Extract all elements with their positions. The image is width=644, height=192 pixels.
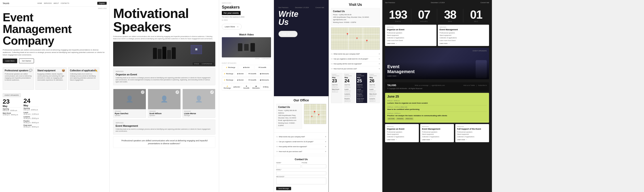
bc-em-desc: Professional speakers Stand equipment Co… — [422, 131, 452, 138]
sign-up-label: Sign up — [282, 33, 290, 35]
visit-faq-2[interactable]: 02 Can you organize a small event for 10… — [331, 57, 380, 61]
countdown-header: San Francisco December 1-5 2024 Concert … — [382, 0, 492, 5]
organize-event-card: SERVICES Organize an Event Collecting le… — [113, 68, 215, 85]
sponsor-snowflk-3: ❄ Snowflk — [247, 78, 258, 82]
sponsor-border-3: ◈ Border — [235, 78, 246, 82]
office-hours: Working hours: 9:00AM - 6:30PM — [278, 122, 300, 127]
name-label: NAME* — [276, 162, 301, 163]
nav-contacts[interactable]: CONTACTS — [60, 3, 69, 4]
office-contact-info: Contact Us Phone: +1(999) 999-99-99 Addr… — [276, 104, 302, 129]
get-started-button[interactable]: Get Started — [19, 59, 34, 63]
faq-text-1: What events has your company held? — [279, 136, 325, 138]
faq-num-4: 04 — [276, 151, 278, 152]
sched-final: Final event 04:00 p.m - 06:00 p.m — [24, 124, 39, 128]
nav-services[interactable]: SERVICES — [44, 3, 52, 4]
countdown-seconds: 01 SEC — [463, 9, 489, 22]
visit-faq-num-4: 04 — [331, 68, 333, 69]
learn-stat: in 2024 — [219, 18, 274, 22]
cal-day-26: EVENT SPEAKERS May 26 Opening 9:00 a.m -… — [368, 73, 380, 103]
scott-link-icon[interactable]: ↗ — [176, 90, 179, 94]
faq-section: 01 What events has your company held? + … — [274, 132, 328, 156]
visit-faq-text-2: Can you organize a small event for 10-20… — [334, 58, 378, 60]
organize-learn-link[interactable]: Learn more → — [387, 43, 435, 44]
bc-em-arrow-icon: → — [431, 139, 432, 140]
cal-practice-time-2: 04:00 p.m - 06:00 p.m — [357, 95, 366, 97]
name-input[interactable] — [276, 164, 301, 168]
visit-faq-section: 01 What events has your company held? + … — [329, 52, 382, 71]
countdown-hours: 07 HOURS — [411, 9, 438, 22]
sched-lunch: Lunch 10:00 a.m - 11:00 a.m — [24, 111, 39, 115]
scott-name: Scott Wilson — [149, 112, 179, 115]
visit-us-title: Visit Us — [329, 0, 382, 8]
bc-fs-link[interactable]: Learn more → — [457, 139, 487, 140]
lizzie-role: Manager — [184, 115, 214, 116]
nav-home[interactable]: HOME — [37, 3, 42, 4]
speaker-ryan: 👤 SPEAKER Ryan Sanchez Speaker ↗ — [113, 89, 146, 118]
ryan-name: Ryan Sanchez — [115, 112, 144, 115]
cal-main-time: 12:00 p.m - 06:00 p.m — [332, 90, 342, 93]
faq-text-3: How quickly will the event be organized? — [279, 146, 325, 147]
write-date: December 1-5 2024 — [295, 7, 309, 8]
cal-opening-time-2: 9:00 a.m - 10:00 a.m — [344, 85, 354, 88]
visit-hours: Working hours: 9:00AM - 6:30PM — [333, 21, 378, 24]
em-dark-link[interactable]: Learn more → — [387, 75, 487, 77]
faq-item-2[interactable]: 02 Can you organize a small event for 10… — [276, 139, 326, 144]
message-textarea[interactable] — [276, 178, 326, 184]
panel-hero: TALKS HOME SERVICES ABOUT CONTACTS Regis… — [0, 0, 110, 192]
faq-num-1: 01 — [276, 136, 278, 138]
talkms-twitter-link[interactable]: Add us to Twitter — [463, 84, 475, 86]
sign-up-button[interactable]: Sign up → — [278, 31, 298, 37]
our-office-title: Our Office — [276, 99, 326, 102]
bc-em-link[interactable]: Learn more → — [422, 139, 452, 140]
image-label: STAGE ← CONFERENCE — [193, 63, 214, 65]
em-learn-link[interactable]: Learn more → — [440, 43, 488, 44]
faq-item-4[interactable]: 04 How much do your services cost? + — [276, 149, 326, 154]
june-event-title-1: Lecture: How to organize an event from s… — [387, 102, 487, 105]
talkms-subscribe-link[interactable]: Subscribe to — [478, 84, 487, 86]
lizzie-link-icon[interactable]: ↗ — [210, 90, 214, 94]
talkms-email[interactable]: agent@clients.com — [432, 84, 445, 86]
hero-title: EventManagementCompany — [0, 9, 109, 49]
visit-faq-1[interactable]: 01 What events has your company held? + — [331, 52, 380, 57]
send-message-button[interactable]: Send Message — [276, 187, 291, 190]
email-input[interactable] — [276, 171, 326, 175]
visit-faq-4[interactable]: 04 How much do your services cost? + — [331, 66, 380, 71]
visit-map-pin-2: 📍 — [356, 37, 358, 40]
nav-about[interactable]: ABOUT — [54, 3, 59, 4]
learn-more-button[interactable]: Learn More — [3, 59, 17, 63]
cal-main-time-2: 12:00 p.m - 06:00 p.m — [370, 95, 379, 97]
org-card-desc: Collecting leads at an event is a strate… — [116, 77, 213, 83]
hero-buttons: Learn More Get Started — [0, 56, 109, 65]
cal-opening-time-3: 9:00 a.m - 10:00 a.m — [357, 85, 366, 88]
event-badge: EVENT SPEAKERS — [3, 93, 21, 97]
sponsor-border-2: ◈ Border — [235, 72, 246, 75]
visit-faq-icon-1: + — [378, 53, 380, 55]
video-thumbnail[interactable]: ▶ — [222, 37, 271, 57]
sponsor-sitemarks-2: ◉ Sitemarks — [259, 78, 270, 82]
visit-faq-3[interactable]: 03 How quickly will the event be organiz… — [331, 61, 380, 66]
bc-organize-link[interactable]: Learn more → — [387, 139, 417, 140]
for-your-events-label: For your events — [222, 11, 240, 15]
organize-title: Organize an Event — [387, 29, 435, 31]
ryan-link-icon[interactable]: ↗ — [141, 90, 144, 94]
bc-fs-arrow-icon: → — [466, 139, 467, 140]
faq-item-1[interactable]: 01 What events has your company held? + — [276, 134, 326, 139]
calendar-row: EVENT SPEAKERS May 23 Opening 9:00 a.m -… — [331, 73, 380, 103]
since-label: SINCE 2010 — [0, 7, 109, 9]
register-button[interactable]: Register — [97, 2, 107, 5]
sponsor-sitemarks-3: ◉ Sitemarks — [252, 85, 260, 89]
sponsors-section: EVENT SPONSORS ⚡ Recharge ◈ Border ❄ Sno… — [219, 61, 274, 93]
cal-label-25: EVENT SPEAKERS — [357, 74, 366, 76]
learn-more-button[interactable]: Learn More → — [222, 24, 242, 30]
lizzie-info: MANAGER Lizzie Morse Manager — [183, 109, 215, 118]
bc-organize-arrow-icon: → — [396, 139, 397, 140]
phone-input[interactable] — [302, 164, 326, 168]
faq-item-3[interactable]: 03 How quickly will the event be organiz… — [276, 144, 326, 149]
em-desc-2: Professional speakers Stand equipment Co… — [440, 32, 488, 42]
services-label: SERVICES — [219, 0, 274, 4]
talkms-write-link[interactable]: Write us a message — [415, 84, 429, 86]
ryan-badge: SPEAKER — [115, 111, 144, 112]
speaker-lizzie: 👤 MANAGER Lizzie Morse Manager ↗ — [182, 89, 215, 118]
visit-contact-block: Contact Us Phone: +1(999) 999-99-99 1600… — [331, 8, 380, 26]
visit-faq-icon-4: + — [378, 67, 380, 70]
